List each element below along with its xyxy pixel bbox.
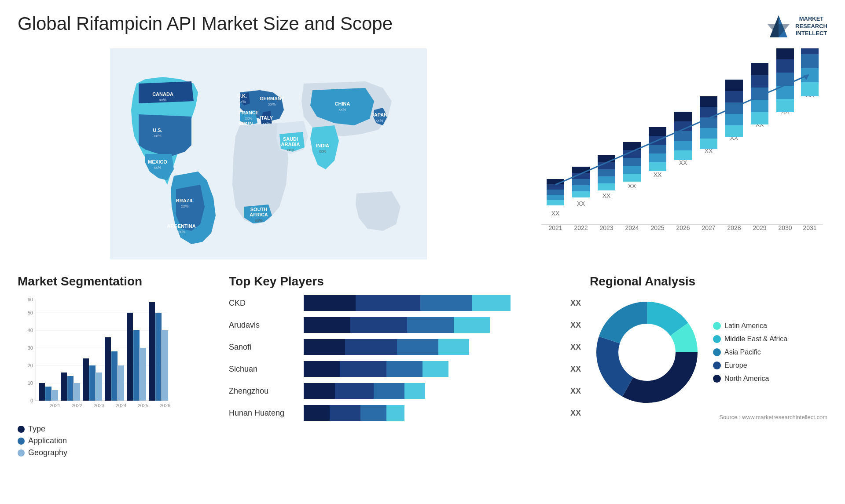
type-dot (18, 426, 25, 433)
svg-rect-94 (751, 112, 768, 124)
regional-legend: Latin America Middle East & Africa Asia … (713, 322, 787, 383)
player-name-sichuan: Sichuan (229, 365, 299, 374)
growth-chart-svg: XX 2021 XX (528, 48, 827, 259)
application-label: Application (28, 436, 67, 446)
svg-text:xx%: xx% (338, 107, 346, 112)
svg-rect-98 (751, 63, 768, 75)
svg-rect-103 (776, 73, 794, 86)
svg-rect-47 (572, 179, 590, 185)
svg-rect-39 (547, 195, 564, 200)
player-name-ckd: CKD (229, 299, 299, 308)
svg-rect-70 (649, 127, 666, 136)
latin-america-label: Latin America (724, 322, 767, 330)
legend-latin-america: Latin America (713, 322, 787, 330)
svg-rect-81 (700, 128, 717, 139)
svg-rect-135 (61, 373, 67, 401)
svg-rect-131 (39, 383, 45, 401)
svg-text:0: 0 (30, 398, 33, 403)
bar-seg4 (386, 405, 404, 421)
legend-asia-pacific: Asia Pacific (713, 348, 787, 356)
svg-text:xx%: xx% (242, 127, 249, 131)
svg-text:xx%: xx% (154, 134, 161, 138)
svg-text:xx%: xx% (319, 149, 326, 153)
svg-text:50: 50 (28, 310, 33, 315)
svg-point-160 (621, 326, 673, 379)
svg-rect-136 (67, 376, 73, 401)
svg-text:2024: 2024 (116, 403, 126, 408)
svg-text:XX: XX (654, 171, 662, 178)
svg-text:xx%: xx% (268, 102, 276, 106)
svg-rect-108 (801, 82, 819, 96)
svg-rect-144 (111, 351, 118, 401)
player-label-ckd: XX (570, 299, 581, 308)
svg-text:XX: XX (577, 200, 585, 207)
growth-chart: XX 2021 XX (528, 48, 827, 259)
svg-rect-67 (649, 153, 666, 162)
svg-line-114 (555, 75, 809, 185)
svg-rect-140 (89, 365, 96, 401)
svg-rect-145 (118, 365, 124, 401)
svg-text:AFRICA: AFRICA (250, 212, 268, 217)
svg-rect-91 (725, 80, 743, 91)
svg-rect-46 (572, 185, 590, 191)
svg-rect-109 (801, 68, 819, 82)
page-title: Global Rifampicin API Market Size and Sc… (18, 13, 393, 34)
mea-label: Middle East & Africa (724, 335, 787, 343)
players-title: Top Key Players (229, 274, 581, 289)
player-bar-hunan (304, 405, 562, 421)
svg-rect-88 (725, 114, 743, 125)
svg-text:40: 40 (28, 328, 33, 333)
svg-rect-60 (623, 166, 641, 174)
player-name-hunan: Hunan Huateng (229, 409, 299, 418)
bar-seg2 (350, 317, 407, 333)
svg-text:SPAIN: SPAIN (239, 121, 253, 126)
segmentation-title: Market Segmentation (18, 274, 220, 289)
svg-text:2021: 2021 (50, 403, 60, 408)
svg-text:2027: 2027 (702, 224, 715, 231)
svg-text:2030: 2030 (778, 224, 792, 231)
player-label-sichuan: XX (570, 365, 581, 374)
svg-rect-149 (140, 348, 146, 401)
svg-text:JAPAN: JAPAN (371, 112, 388, 117)
svg-text:ARABIA: ARABIA (281, 142, 300, 147)
svg-text:60: 60 (28, 297, 33, 302)
svg-rect-40 (547, 190, 564, 195)
player-row-zhengzhou: Zhengzhou XX (229, 383, 581, 399)
bar-seg1 (304, 361, 340, 377)
player-label-zhengzhou: XX (570, 387, 581, 396)
player-bar-arudavis (304, 317, 562, 333)
svg-rect-132 (45, 387, 51, 401)
application-dot (18, 438, 25, 445)
player-row-arudavis: Arudavis XX (229, 317, 581, 333)
svg-rect-41 (547, 184, 564, 190)
asia-pacific-label: Asia Pacific (724, 348, 761, 356)
svg-text:xx%: xx% (238, 99, 246, 104)
bar-seg3 (420, 295, 472, 311)
bottom-section: Market Segmentation 0 10 20 30 40 50 60 (18, 274, 827, 460)
svg-text:xx%: xx% (177, 230, 185, 234)
growth-chart-container: XX 2021 XX (528, 48, 827, 261)
bar-seg3 (360, 405, 386, 421)
svg-text:INDIA: INDIA (316, 143, 329, 148)
source-text: Source : www.marketresearchintellect.com (590, 414, 827, 420)
europe-dot (713, 362, 721, 369)
svg-rect-84 (700, 96, 717, 107)
svg-rect-53 (598, 176, 615, 183)
svg-rect-152 (155, 313, 162, 401)
svg-rect-52 (598, 183, 615, 190)
svg-rect-148 (133, 330, 140, 401)
svg-text:2022: 2022 (574, 224, 588, 231)
bar-seg4 (454, 317, 490, 333)
bar-seg1 (304, 383, 335, 399)
seg-legend: Type Application Geography (18, 424, 220, 457)
svg-rect-153 (162, 330, 168, 401)
legend-geography: Geography (18, 448, 220, 457)
svg-text:20: 20 (28, 363, 33, 368)
page: Global Rifampicin API Market Size and Sc… (0, 0, 845, 504)
svg-text:MEXICO: MEXICO (148, 159, 167, 164)
svg-text:xx%: xx% (287, 148, 294, 152)
bar-seg3 (374, 383, 405, 399)
bar-seg4 (404, 383, 425, 399)
svg-text:U.S.: U.S. (153, 128, 162, 133)
player-row-hunan: Hunan Huateng XX (229, 405, 581, 421)
